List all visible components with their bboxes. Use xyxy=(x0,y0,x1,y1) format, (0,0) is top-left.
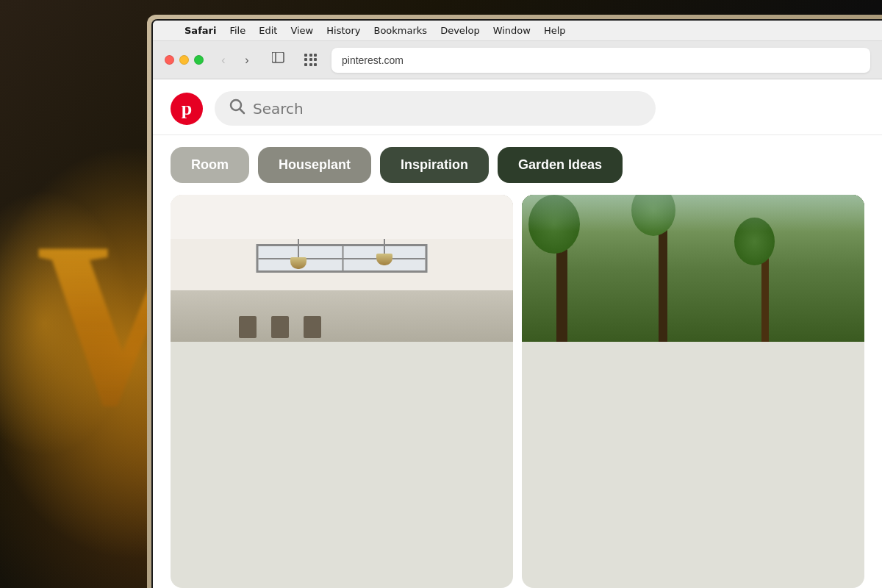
address-bar[interactable] xyxy=(331,48,870,73)
search-placeholder-text: Search xyxy=(253,100,304,118)
forward-button[interactable]: › xyxy=(236,51,258,70)
search-icon xyxy=(229,98,245,118)
screen-bezel: Safari File Edit View History Bookmarks … xyxy=(151,19,882,588)
edit-menu-item[interactable]: Edit xyxy=(254,24,282,37)
pin-image-kitchen xyxy=(171,195,513,342)
browser-screen: Safari File Edit View History Bookmarks … xyxy=(153,21,882,588)
sidebar-icon xyxy=(272,52,285,68)
browser-toolbar: ‹ › xyxy=(153,41,882,79)
close-button[interactable] xyxy=(165,55,174,65)
help-menu-item[interactable]: Help xyxy=(539,24,571,37)
pinterest-logo-letter: p xyxy=(182,98,192,120)
sidebar-toggle-button[interactable] xyxy=(267,51,290,70)
apple-menu-item[interactable] xyxy=(162,29,172,32)
pin-card-nature[interactable] xyxy=(522,195,864,588)
safari-menu-item[interactable]: Safari xyxy=(179,24,221,37)
kitchen-window xyxy=(257,244,428,273)
category-pill-inspiration[interactable]: Inspiration xyxy=(380,147,489,183)
nature-scene xyxy=(522,195,864,342)
category-pill-houseplant[interactable]: Houseplant xyxy=(258,147,371,183)
history-menu-item[interactable]: History xyxy=(321,24,365,37)
pinterest-header: p Search xyxy=(153,79,882,135)
svg-line-3 xyxy=(240,110,245,114)
svg-rect-0 xyxy=(272,52,284,62)
pinterest-logo[interactable]: p xyxy=(171,93,203,125)
window-menu-item[interactable]: Window xyxy=(488,24,536,37)
navigation-buttons: ‹ › xyxy=(212,51,258,70)
menu-bar: Safari File Edit View History Bookmarks … xyxy=(153,21,882,41)
maximize-button[interactable] xyxy=(194,55,204,65)
back-button[interactable]: ‹ xyxy=(212,51,234,70)
laptop-frame: Safari File Edit View History Bookmarks … xyxy=(147,15,882,588)
category-pill-garden-ideas[interactable]: Garden Ideas xyxy=(498,147,623,183)
tab-grid-icon xyxy=(304,54,318,67)
view-menu-item[interactable]: View xyxy=(285,24,318,37)
kitchen-ceiling xyxy=(171,195,513,239)
back-icon: ‹ xyxy=(221,54,225,67)
forward-icon: › xyxy=(245,54,248,67)
kitchen-wall xyxy=(171,239,513,290)
content-area: p Search Room Hou xyxy=(153,79,882,588)
pins-grid xyxy=(153,195,882,588)
kitchen-scene xyxy=(171,195,513,342)
pin-image-nature xyxy=(522,195,864,342)
category-row: Room Houseplant Inspiration Garden Ideas xyxy=(153,135,882,195)
bookmarks-menu-item[interactable]: Bookmarks xyxy=(369,24,433,37)
category-pill-room[interactable]: Room xyxy=(171,147,249,183)
traffic-lights xyxy=(165,55,204,65)
file-menu-item[interactable]: File xyxy=(224,24,251,37)
tab-grid-button[interactable] xyxy=(299,51,323,70)
minimize-button[interactable] xyxy=(179,55,189,65)
pin-card-kitchen[interactable] xyxy=(171,195,513,588)
search-bar[interactable]: Search xyxy=(215,91,656,126)
develop-menu-item[interactable]: Develop xyxy=(435,24,485,37)
kitchen-counter xyxy=(171,290,513,342)
